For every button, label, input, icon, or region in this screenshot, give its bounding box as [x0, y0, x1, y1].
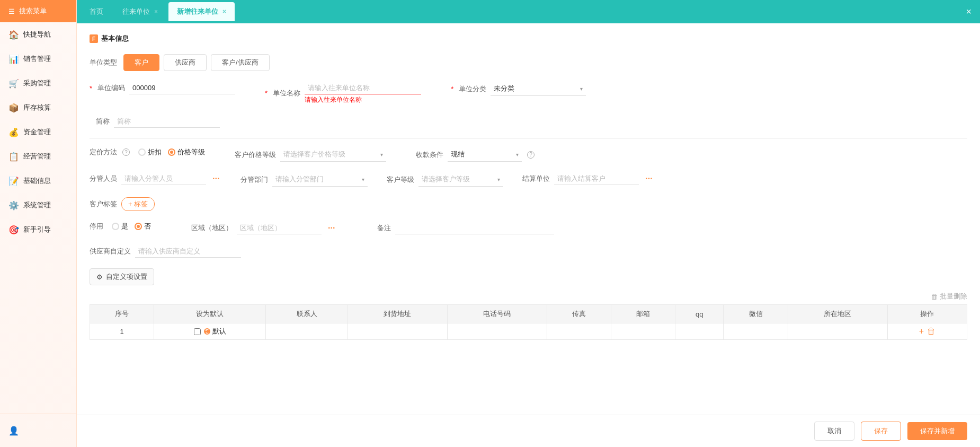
- unit-type-both[interactable]: 客户/供应商: [211, 54, 270, 71]
- field-settlement-unit: 结算单位 ···: [522, 172, 654, 185]
- short-name-input[interactable]: [114, 115, 220, 128]
- radio-price-level[interactable]: 价格等级: [168, 147, 205, 157]
- unit-code-input[interactable]: [129, 82, 235, 94]
- table-delete-btn[interactable]: 🗑: [925, 327, 937, 336]
- radio-discount[interactable]: 折扣: [138, 147, 162, 157]
- region-input[interactable]: [237, 222, 322, 234]
- manager-more-btn[interactable]: ···: [210, 174, 221, 183]
- table-column-header: 所在地区: [788, 305, 887, 323]
- table-cell: [675, 323, 724, 340]
- custom-settings-label: 自定义项设置: [106, 272, 147, 282]
- manager-input[interactable]: [121, 172, 206, 185]
- sidebar-item-system[interactable]: ⚙️系统管理: [0, 193, 76, 217]
- customer-price-level-select[interactable]: 请选择客户价格等级 ▾: [280, 147, 386, 162]
- unit-category-select[interactable]: 未分类 ▾: [491, 82, 586, 96]
- operations-icon: 📋: [8, 151, 19, 162]
- sidebar-item-operations[interactable]: 📋经营管理: [0, 144, 76, 169]
- save-and-new-button[interactable]: 保存并新增: [907, 422, 967, 440]
- table-add-btn[interactable]: +: [917, 327, 925, 336]
- note-label: 备注: [377, 223, 391, 233]
- table-column-header: qq: [675, 305, 724, 323]
- settlement-unit-input[interactable]: [554, 172, 639, 185]
- settlement-more-btn[interactable]: ···: [643, 174, 654, 183]
- tab-close-new-partner[interactable]: ×: [222, 8, 226, 15]
- field-disabled: 停用 是 否: [90, 222, 151, 231]
- window-close-button[interactable]: ×: [961, 6, 976, 17]
- unit-name-label: 单位名称: [273, 89, 300, 98]
- pricing-radio-group: 折扣 价格等级: [138, 147, 205, 157]
- field-customer-level: 客户等级 请选择客户等级 ▾: [387, 172, 503, 187]
- region-label: 区域（地区）: [191, 223, 233, 233]
- pricing-help-icon[interactable]: ?: [122, 148, 130, 156]
- sidebar-item-user[interactable]: 👤: [0, 418, 76, 443]
- tab-close-partners[interactable]: ×: [154, 8, 158, 15]
- tab-partners[interactable]: 往来单位×: [114, 2, 166, 21]
- field-payment-terms: 收款条件 现结 ▾ ?: [416, 147, 534, 162]
- tab-new-partner[interactable]: 新增往来单位×: [168, 2, 235, 21]
- tab-home[interactable]: 首页: [81, 2, 112, 21]
- department-select[interactable]: 请输入分管部门 ▾: [272, 172, 368, 187]
- system-icon: ⚙️: [8, 200, 19, 211]
- category-chevron-icon: ▾: [580, 86, 583, 92]
- cancel-button[interactable]: 取消: [814, 422, 854, 441]
- field-unit-category: * 单位分类 未分类 ▾: [451, 82, 586, 96]
- table-column-header: 操作: [887, 305, 967, 323]
- search-icon: ☰: [8, 7, 15, 15]
- sidebar-search[interactable]: ☰ 搜索菜单: [0, 0, 76, 22]
- contacts-table: 序号设为默认联系人到货地址电话号码传真邮箱qq微信所在地区操作 1 默认 +🗑: [90, 304, 967, 340]
- supplier-custom-input[interactable]: [135, 245, 241, 258]
- region-more-btn[interactable]: ···: [326, 223, 337, 233]
- form-row-4: 分管人员 ··· 分管部门 请输入分管部门 ▾ 客户等级 请选择客户等级 ▾ 结…: [90, 172, 967, 187]
- table-cell: [348, 323, 447, 340]
- sidebar-item-quick-nav[interactable]: 🏠快捷导航: [0, 22, 76, 47]
- field-pricing: 定价方法 ? 折扣 价格等级: [90, 147, 205, 157]
- payment-terms-label: 收款条件: [416, 150, 443, 160]
- default-checkbox[interactable]: [194, 328, 201, 335]
- tab-label-home: 首页: [90, 7, 103, 16]
- batch-delete-area: 🗑 批量删除: [90, 292, 967, 301]
- disabled-label: 停用: [90, 222, 103, 231]
- radio-disabled-yes[interactable]: 是: [112, 222, 128, 231]
- unit-name-error: 请输入往来单位名称: [305, 95, 421, 104]
- custom-settings-button[interactable]: ⚙ 自定义项设置: [90, 268, 154, 285]
- payment-terms-select[interactable]: 现结 ▾: [448, 147, 522, 162]
- sidebar-search-label: 搜索菜单: [19, 6, 47, 16]
- sidebar-item-guide[interactable]: 🎯新手引导: [0, 217, 76, 242]
- payment-terms-value: 现结: [451, 150, 465, 159]
- sidebar-item-purchase[interactable]: 🛒采购管理: [0, 71, 76, 95]
- sidebar-item-label: 资金管理: [23, 127, 51, 137]
- form-row-2: 简称: [90, 115, 967, 128]
- table-cell: [611, 323, 675, 340]
- finance-icon: 💰: [8, 127, 19, 137]
- radio-price-level-circle: [168, 148, 175, 156]
- form-row-6: 停用 是 否 区域（地区） ··· 备注: [90, 222, 967, 234]
- unit-type-customer[interactable]: 客户: [123, 54, 159, 71]
- short-name-label: 简称: [96, 117, 110, 126]
- delete-icon: 🗑: [931, 293, 938, 301]
- sidebar-item-finance[interactable]: 💰资金管理: [0, 120, 76, 144]
- save-button[interactable]: 保存: [861, 422, 901, 441]
- customer-price-level-label: 客户价格等级: [235, 150, 276, 160]
- table-column-header: 电话号码: [447, 305, 547, 323]
- customer-level-select[interactable]: 请选择客户等级 ▾: [418, 172, 503, 187]
- sidebar-item-label: 库存核算: [23, 103, 51, 112]
- default-label: 默认: [212, 327, 226, 336]
- table-cell[interactable]: 默认: [154, 323, 266, 340]
- payment-help-icon[interactable]: ?: [527, 151, 534, 159]
- supplier-custom-label: 供应商自定义: [90, 247, 131, 256]
- sidebar-item-sales[interactable]: 📊销售管理: [0, 47, 76, 71]
- radio-disabled-no[interactable]: 否: [135, 222, 151, 231]
- sidebar-item-inventory[interactable]: 📦库存核算: [0, 95, 76, 120]
- table-row: 1 默认 +🗑: [90, 323, 967, 340]
- required-star-name: *: [265, 89, 268, 97]
- unit-category-value: 未分类: [494, 84, 514, 93]
- unit-type-supplier[interactable]: 供应商: [164, 54, 207, 71]
- note-input[interactable]: [395, 222, 554, 234]
- add-tag-button[interactable]: + 标签: [121, 197, 155, 211]
- table-cell: [547, 323, 611, 340]
- unit-code-label: 单位编码: [97, 83, 125, 93]
- batch-delete-label[interactable]: 批量删除: [940, 292, 967, 301]
- sidebar-item-basic-info[interactable]: 📝基础信息: [0, 169, 76, 193]
- basic-info-icon: 📝: [8, 176, 19, 186]
- unit-name-input[interactable]: [305, 82, 421, 94]
